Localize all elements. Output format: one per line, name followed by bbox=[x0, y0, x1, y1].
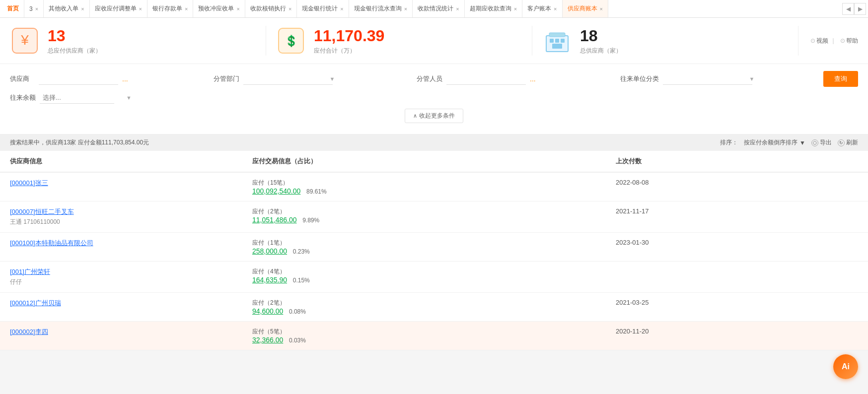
row4-supplier-contact: 仔仔 bbox=[10, 278, 252, 286]
filter-person-label: 分管人员 bbox=[417, 74, 442, 83]
filter-dept-input[interactable] bbox=[246, 75, 330, 82]
row2-supplier-contact: 王通 17106110000 bbox=[10, 218, 252, 226]
row2-tx-detail: 应付（2笔） 11,051,486.00 9.89% bbox=[252, 207, 319, 224]
stats-bar: ¥ 13 总应付供应商（家） 💲 11,170.39 应付合计（万） bbox=[0, 18, 868, 64]
row2-transaction: 应付（2笔） 11,051,486.00 9.89% bbox=[252, 207, 616, 226]
nav-tab-bank-deposit-close[interactable]: × bbox=[185, 6, 188, 12]
nav-tab-prepay-receive-close[interactable]: × bbox=[236, 6, 239, 12]
row6-tx-amount[interactable]: 32,366.00 bbox=[252, 336, 283, 344]
refresh-label: 刷新 bbox=[846, 138, 858, 147]
nav-tab-home-label: 首页 bbox=[7, 4, 19, 13]
nav-tab-receipt-exec[interactable]: 收款核销执行 × bbox=[245, 0, 297, 18]
row2-supplier-name[interactable]: [000007]恒旺二手叉车 bbox=[10, 207, 252, 216]
nav-tab-cash-bank-flow[interactable]: 现金银行流水查询 × bbox=[349, 0, 413, 18]
row2-tx-amount[interactable]: 11,051,486.00 bbox=[252, 216, 297, 224]
sort-area: 排序： 按应付余额倒序排序 ▼ ⬡ 导出 ↻ 刷新 bbox=[720, 138, 858, 147]
nav-tab-other-income-close[interactable]: × bbox=[81, 6, 84, 12]
row1-tx-pct: 89.61% bbox=[306, 188, 327, 195]
row6-supplier-name[interactable]: [000002]李四 bbox=[10, 328, 252, 336]
filter-person-ellipsis[interactable]: ... bbox=[530, 75, 536, 83]
row4-tx-pct: 0.15% bbox=[293, 277, 310, 284]
row4-tx-amount[interactable]: 164,635.90 bbox=[252, 276, 287, 284]
nav-tab-ap-adjust-close[interactable]: × bbox=[139, 6, 142, 12]
row5-lastpay: 2021-03-25 bbox=[616, 299, 858, 315]
nav-tab-cash-bank-stat[interactable]: 现金银行统计 × bbox=[297, 0, 349, 18]
refresh-button[interactable]: ↻ 刷新 bbox=[838, 138, 858, 147]
row5-tx-amount[interactable]: 94,600.00 bbox=[252, 307, 283, 315]
svg-rect-8 bbox=[552, 44, 562, 49]
row3-lastpay-date: 2023-01-30 bbox=[616, 239, 649, 246]
stat-total-suppliers-icon bbox=[542, 26, 572, 56]
nav-tab-overdue-query-close[interactable]: × bbox=[514, 6, 517, 12]
row2-tx-info: 应付（2笔） 11,051,486.00 9.89% bbox=[252, 207, 616, 224]
nav-tab-overdue-query[interactable]: 超期应收款查询 × bbox=[465, 0, 522, 18]
row1-supplier-name[interactable]: [000001]张三 bbox=[10, 179, 252, 188]
nav-tab-receipt-stat-close[interactable]: × bbox=[456, 6, 459, 12]
nav-prev-button[interactable]: ◀ bbox=[842, 3, 854, 15]
row2-supplier: [000007]恒旺二手叉车 王通 17106110000 bbox=[10, 207, 252, 226]
nav-tab-receipt-exec-close[interactable]: × bbox=[289, 6, 291, 12]
row4-transaction: 应付（4笔） 164,635.90 0.15% bbox=[252, 267, 616, 286]
nav-tab-ap-adjust-label: 应收应付调整单 bbox=[95, 4, 137, 13]
nav-tab-receipt-stat[interactable]: 收款情况统计 × bbox=[413, 0, 464, 18]
nav-tab-cash-bank-flow-label: 现金银行流水查询 bbox=[354, 4, 402, 13]
filter-balance-input[interactable] bbox=[43, 94, 126, 101]
export-button[interactable]: ⬡ 导出 bbox=[811, 138, 832, 147]
nav-tab-supplier-account[interactable]: 供应商账本 × bbox=[563, 0, 608, 18]
nav-tab-bank-deposit[interactable]: 银行存款单 × bbox=[147, 0, 193, 18]
filter-dept-label: 分管部门 bbox=[214, 74, 239, 83]
nav-tab-home[interactable]: 首页 bbox=[2, 0, 24, 18]
filter-unit-category-dropdown[interactable]: ▼ bbox=[663, 73, 752, 85]
nav-tab-ap-adjust[interactable]: 应收应付调整单 × bbox=[90, 0, 147, 18]
nav-tab-cash-bank-stat-close[interactable]: × bbox=[340, 6, 343, 12]
nav-tab-customer-account-close[interactable]: × bbox=[554, 6, 557, 12]
sort-select[interactable]: 按应付余额倒序排序 ▼ bbox=[744, 138, 805, 147]
nav-tab-supplier-account-close[interactable]: × bbox=[600, 6, 603, 12]
row1-tx-label: 应付（15笔） bbox=[252, 179, 327, 187]
chevron-up-icon: ∧ bbox=[413, 113, 417, 119]
row4-supplier-name[interactable]: [001]广州荣轩 bbox=[10, 267, 252, 276]
results-bar: 搜索结果中，供应商13家 应付金额111,703,854.00元 排序： 按应付… bbox=[0, 134, 868, 151]
nav-tab-customer-account-label: 客户账本 bbox=[527, 4, 551, 13]
video-link[interactable]: 视频 bbox=[816, 37, 828, 45]
filter-supplier-ellipsis[interactable]: ... bbox=[122, 75, 128, 83]
nav-tab-cash-bank-flow-close[interactable]: × bbox=[404, 6, 407, 12]
filter-person-input[interactable] bbox=[446, 73, 526, 85]
nav-tab-other-income[interactable]: 其他收入单 × bbox=[44, 0, 89, 18]
collapse-button[interactable]: ∧ 收起更多条件 bbox=[405, 109, 463, 123]
filter-unit-category-input[interactable] bbox=[666, 75, 749, 82]
filter-dept-dropdown[interactable]: ▼ bbox=[243, 73, 333, 85]
table-row: [000012]广州贝瑞 应付（2笔） 94,600.00 0.08% 2021… bbox=[0, 293, 868, 322]
help-link[interactable]: 帮助 bbox=[846, 37, 858, 45]
row3-tx-amount[interactable]: 258,000.00 bbox=[252, 247, 287, 255]
chevron-down-icon-dept: ▼ bbox=[330, 76, 335, 82]
nav-tab-prepay-receive[interactable]: 预收冲应收单 × bbox=[193, 0, 245, 18]
stat-ap-total-label: 应付合计（万） bbox=[314, 47, 384, 55]
filter-balance-dropdown[interactable]: ▼ bbox=[40, 92, 114, 104]
row1-tx-amount[interactable]: 100,092,540.00 bbox=[252, 187, 300, 195]
row6-lastpay: 2020-11-20 bbox=[616, 328, 858, 344]
search-button[interactable]: 查询 bbox=[823, 71, 858, 87]
svg-text:¥: ¥ bbox=[20, 32, 29, 48]
table-row-highlighted: [000002]李四 应付（5笔） 32,366.00 0.03% 2020-1… bbox=[0, 322, 868, 350]
nav-tab-3[interactable]: 3 × bbox=[24, 0, 44, 18]
nav-tab-bank-deposit-label: 银行存款单 bbox=[152, 4, 182, 13]
row3-supplier-name[interactable]: [000100]本特勒油品有限公司 bbox=[10, 239, 252, 248]
stat-total-suppliers: 18 总供应商（家） bbox=[532, 26, 798, 56]
row4-tx-detail: 应付（4笔） 164,635.90 0.15% bbox=[252, 267, 310, 284]
row1-transaction: 应付（15笔） 100,092,540.00 89.61% bbox=[252, 179, 616, 195]
nav-next-button[interactable]: ▶ bbox=[854, 3, 866, 15]
stat-total-suppliers-value: 18 bbox=[580, 26, 622, 45]
row3-tx-detail: 应付（1笔） 258,000.00 0.23% bbox=[252, 239, 310, 255]
row6-tx-detail: 应付（5笔） 32,366.00 0.03% bbox=[252, 328, 306, 344]
row5-transaction: 应付（2笔） 94,600.00 0.08% bbox=[252, 299, 616, 315]
nav-tab-customer-account[interactable]: 客户账本 × bbox=[522, 0, 562, 18]
row5-supplier-name[interactable]: [000012]广州贝瑞 bbox=[10, 299, 252, 308]
nav-tab-3-close[interactable]: × bbox=[35, 6, 38, 12]
nav-tab-supplier-account-label: 供应商账本 bbox=[568, 4, 597, 13]
nav-tab-other-income-label: 其他收入单 bbox=[49, 4, 78, 13]
refresh-icon: ↻ bbox=[838, 139, 845, 146]
row4-tx-label: 应付（4笔） bbox=[252, 267, 310, 276]
filter-supplier-input[interactable] bbox=[39, 73, 118, 85]
row2-tx-label: 应付（2笔） bbox=[252, 207, 319, 216]
